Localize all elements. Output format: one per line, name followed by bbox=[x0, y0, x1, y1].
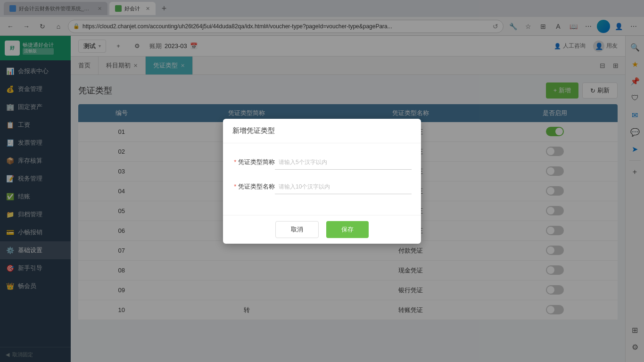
form-row-short: * * 凭证类型简称凭证类型简称 bbox=[232, 155, 412, 170]
required-star-short: * bbox=[234, 158, 238, 165]
cancel-button[interactable]: 取消 bbox=[275, 221, 319, 238]
short-input[interactable] bbox=[275, 155, 412, 170]
add-voucher-dialog: 新增凭证类型 * * 凭证类型简称凭证类型简称 * 凭证类型名称 取消 保存 bbox=[223, 119, 421, 244]
save-button[interactable]: 保存 bbox=[326, 221, 369, 238]
dialog-overlay: 新增凭证类型 * * 凭证类型简称凭证类型简称 * 凭证类型名称 取消 保存 bbox=[0, 0, 644, 362]
required-star-name: * bbox=[234, 183, 238, 190]
form-label-name: * 凭证类型名称 bbox=[232, 182, 275, 191]
dialog-body: * * 凭证类型简称凭证类型简称 * 凭证类型名称 bbox=[223, 143, 421, 215]
dialog-footer: 取消 保存 bbox=[223, 215, 421, 244]
name-input[interactable] bbox=[275, 179, 412, 194]
dialog-header: 新增凭证类型 bbox=[223, 119, 421, 143]
form-label-short: * * 凭证类型简称凭证类型简称 bbox=[232, 158, 275, 166]
form-row-name: * 凭证类型名称 bbox=[232, 179, 412, 194]
